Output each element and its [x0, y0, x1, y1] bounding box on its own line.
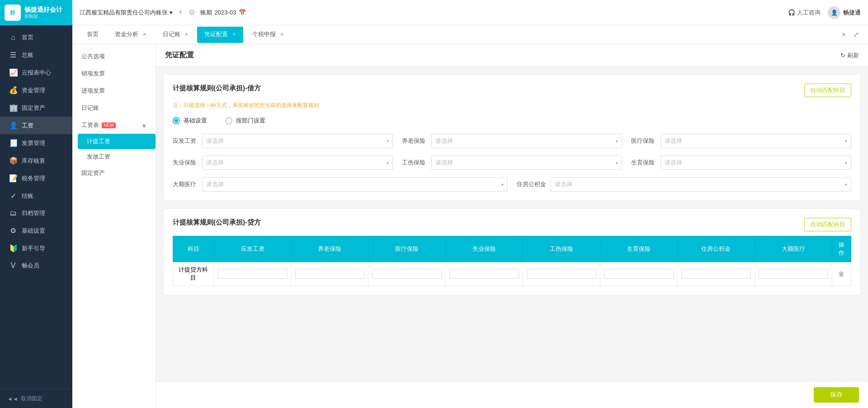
expand-button[interactable]: ⤢ [851, 28, 861, 41]
td-医疗保险-input[interactable] [368, 262, 446, 286]
tab-tax-declaration[interactable]: 个税申报 × [245, 27, 291, 43]
select-大额医疗[interactable]: 请选择 ▾ [202, 177, 508, 192]
td-养老保险-input[interactable] [291, 262, 368, 286]
sub-nav-journal[interactable]: 日记账 [72, 99, 156, 117]
sidebar-item-funds[interactable]: 💰 资金管理 [0, 81, 72, 99]
debit-header-row: 计提核算规则(公司承担)-借方 自动匹配科目 [173, 84, 851, 97]
sidebar-item-close-period[interactable]: ✓ 结账 [0, 187, 72, 205]
tab-journal[interactable]: 日记账 × [156, 27, 196, 43]
tab-fund-analysis-close[interactable]: × [143, 31, 146, 38]
td-delete[interactable]: 🗑 [832, 262, 851, 286]
user-menu[interactable]: 👤 畅捷通 [828, 6, 861, 19]
delete-row-icon[interactable]: 🗑 [838, 270, 844, 277]
topbar-right: 🎧 人工咨询 👤 畅捷通 [788, 6, 861, 19]
inventory-icon: 📦 [9, 156, 17, 165]
select-医疗保险[interactable]: 请选择 ▾ [660, 134, 851, 148]
reports-icon: 📈 [9, 68, 17, 77]
td-工伤保险-input[interactable] [523, 262, 600, 286]
sub-nav-salary-group[interactable]: 工资表 NEW ∨ [72, 117, 156, 134]
select-住房公积金[interactable]: 请选择 ▾ [551, 177, 852, 192]
arrow-大额医疗: ▾ [501, 182, 504, 187]
select-失业保险[interactable]: 请选择 ▾ [202, 155, 393, 170]
arrow-失业保险: ▾ [387, 160, 389, 165]
support-button[interactable]: 🎧 人工咨询 [788, 9, 821, 17]
select-生育保险[interactable]: 请选择 ▾ [660, 155, 851, 170]
placeholder-工伤保险: 请选择 [435, 159, 453, 167]
sidebar-item-archive[interactable]: 🗂 归档管理 [0, 205, 72, 222]
save-button[interactable]: 保存 [814, 387, 859, 403]
sub-nav-fixed-assets[interactable]: 固定资产 [72, 164, 156, 182]
main-area: 江西服宝精品有限责任公司内账张 ▾ + ⚙ 账期 2023-03 📅 🎧 人工咨… [72, 0, 868, 408]
cancel-fixed-button[interactable]: ◄◄ 取消固定 [0, 389, 72, 408]
td-失业保险-input[interactable] [446, 262, 523, 286]
page-title: 凭证配置 [165, 51, 194, 60]
sub-nav-accrual[interactable]: 计提工资 [78, 134, 156, 149]
td-住房公积金-input[interactable] [677, 262, 755, 286]
funds-icon: 💰 [9, 86, 17, 94]
period-selector[interactable]: 账期 2023-03 📅 [200, 9, 246, 17]
input-应发工资[interactable] [218, 269, 288, 279]
select-应发工资[interactable]: 请选择 ▾ [202, 134, 393, 148]
arrow-生育保险: ▾ [845, 160, 847, 165]
sub-nav-sales-invoice[interactable]: 销项发票 [72, 65, 156, 82]
arrow-住房公积金: ▾ [845, 182, 847, 187]
credit-header-row: 计提核算规则(公司承担)-贷方 自动匹配科目 [173, 218, 851, 231]
refresh-icon: ↻ [840, 52, 845, 59]
input-大额医疗[interactable] [759, 269, 828, 279]
tab-fund-analysis[interactable]: 资金分析 × [108, 27, 154, 43]
close-tab-button[interactable]: × [840, 28, 848, 41]
sub-nav-public[interactable]: 公共选项 [72, 48, 156, 65]
credit-section: 计提核算规则(公司承担)-贷方 自动匹配科目 科目 应发工资 养老保险 医疗保险… [163, 208, 861, 295]
tab-home[interactable]: 首页 [80, 27, 106, 43]
sub-nav-salary-group-label: 工资表 NEW [81, 121, 116, 129]
period-value: 2023-03 [215, 9, 236, 16]
td-生育保险-input[interactable] [600, 262, 678, 286]
sidebar-item-salary[interactable]: 👤 工资 [0, 117, 72, 134]
settings-button[interactable]: ⚙ [189, 8, 195, 17]
credit-section-title: 计提核算规则(公司承担)-贷方 [173, 218, 261, 227]
sidebar-item-fixed-assets[interactable]: 🏢 固定资产 [0, 99, 72, 117]
tab-tax-declaration-close[interactable]: × [280, 31, 284, 38]
debit-auto-match-button[interactable]: 自动匹配科目 [804, 84, 851, 97]
sidebar-item-settings[interactable]: ⚙ 基础设置 [0, 222, 72, 239]
select-工伤保险[interactable]: 请选择 ▾ [431, 155, 622, 170]
tabs-right-actions: × ⤢ [840, 28, 861, 41]
td-大额医疗-input[interactable] [755, 262, 832, 286]
input-住房公积金[interactable] [681, 269, 751, 279]
input-失业保险[interactable] [449, 269, 519, 279]
radio-basic-inner [175, 119, 178, 122]
archive-icon: 🗂 [9, 209, 17, 217]
sidebar-item-guide[interactable]: 🔰 新手引导 [0, 239, 72, 257]
cancel-fixed-label: 取消固定 [21, 395, 42, 403]
td-应发工资-input[interactable] [214, 262, 291, 286]
sidebar-item-reports[interactable]: 📈 云报表中心 [0, 64, 72, 81]
radio-dept-setting[interactable]: 按部门设置 [225, 117, 265, 125]
arrow-工伤保险: ▾ [616, 160, 618, 165]
refresh-button[interactable]: ↻ 刷新 [840, 52, 859, 60]
page-content: 公共选项 销项发票 进项发票 日记账 工资表 NEW ∨ 计提工资 [72, 44, 868, 408]
sub-nav-payment[interactable]: 发放工资 [78, 149, 156, 164]
tab-voucher-config-close[interactable]: × [232, 31, 236, 38]
arrow-应发工资: ▾ [387, 139, 389, 144]
credit-auto-match-button[interactable]: 自动匹配科目 [804, 218, 851, 231]
sidebar-item-label: 固定资产 [22, 104, 45, 112]
input-医疗保险[interactable] [372, 269, 442, 279]
company-selector[interactable]: 江西服宝精品有限责任公司内账张 ▾ [80, 9, 173, 17]
tab-voucher-config[interactable]: 凭证配置 × [197, 27, 243, 43]
input-工伤保险[interactable] [527, 269, 596, 279]
add-tab-button[interactable]: + [178, 8, 183, 17]
input-生育保险[interactable] [604, 269, 674, 279]
sidebar-item-invoice[interactable]: 🧾 发票管理 [0, 134, 72, 152]
debit-form-row2: 大额医疗 请选择 ▾ 住房公积金 请选择 ▾ [173, 177, 851, 192]
placeholder-生育保险: 请选择 [665, 159, 682, 167]
sidebar-item-home[interactable]: ⌂ 首页 [0, 29, 72, 46]
sidebar-item-ledger[interactable]: ☰ 总账 [0, 46, 72, 64]
input-养老保险[interactable] [295, 269, 365, 279]
sidebar-item-inventory[interactable]: 📦 库存核算 [0, 152, 72, 169]
sub-nav-purchase-invoice[interactable]: 进项发票 [72, 82, 156, 99]
sidebar-item-member[interactable]: V 畅会员 [0, 257, 72, 274]
tab-journal-close[interactable]: × [185, 31, 189, 38]
select-养老保险[interactable]: 请选择 ▾ [431, 134, 622, 148]
radio-basic-setting[interactable]: 基础设置 [173, 117, 207, 125]
sidebar-item-tax[interactable]: 📝 税务管理 [0, 169, 72, 187]
